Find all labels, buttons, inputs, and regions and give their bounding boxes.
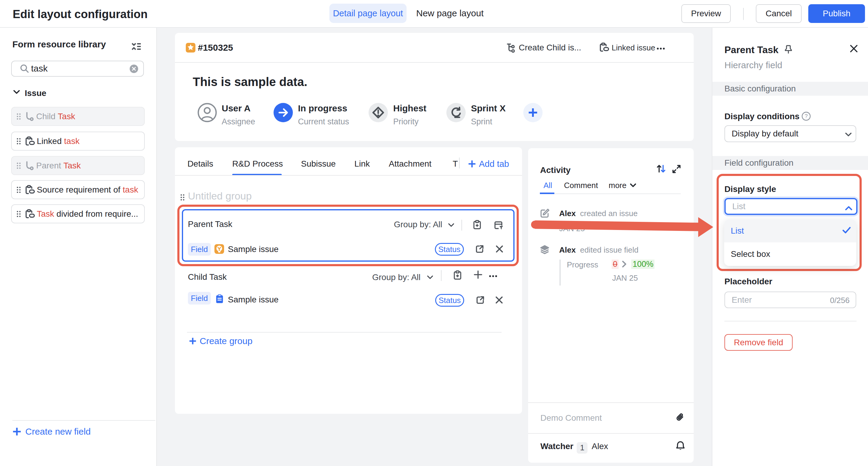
svg-text:?: ? — [805, 113, 808, 119]
